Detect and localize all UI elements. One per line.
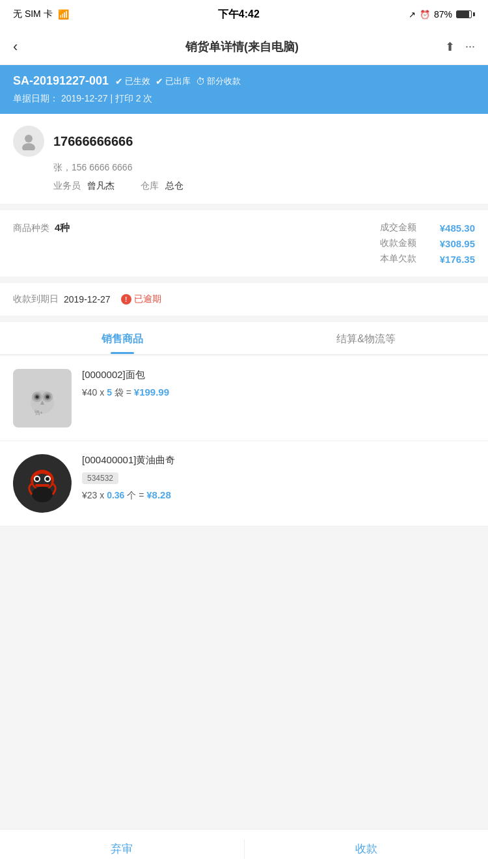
type-value: 4种 (55, 222, 70, 233)
product-name-1: [0000002]面包 (82, 369, 475, 381)
nav-actions: ⬆ ··· (445, 40, 475, 54)
svg-point-8 (46, 396, 49, 399)
status-left: 无 SIM 卡 📶 (13, 8, 69, 20)
deal-value: ¥485.30 (423, 223, 475, 234)
stats-left: 商品种类 4种 (13, 222, 70, 234)
qty-1: 5 (107, 387, 112, 398)
svg-text:鸮+: 鸮+ (34, 410, 43, 416)
meta-date-label: 单据日期： (13, 93, 59, 103)
svg-point-7 (36, 396, 39, 399)
due-label: 收款到期日 (13, 293, 59, 305)
deal-label: 成交金额 (380, 222, 416, 234)
total-1: ¥199.99 (134, 387, 169, 398)
svg-point-1 (22, 143, 35, 150)
owed-label: 本单欠款 (380, 253, 416, 265)
svg-point-19 (32, 487, 53, 502)
tab-sales[interactable]: 销售商品 (0, 322, 244, 354)
total-2: ¥8.28 (146, 489, 171, 500)
cancel-button[interactable]: 弃审 (0, 830, 244, 868)
battery-percent: 87% (434, 9, 452, 20)
product-sku-2: 534532 (82, 472, 118, 484)
unit-2: 个 (127, 490, 136, 500)
product-thumb-1: 鸮+ (13, 369, 72, 427)
type-label: 商品种类 (13, 223, 49, 233)
overdue-badge: ! 已逾期 (121, 293, 161, 305)
tab-settlement[interactable]: 结算&物流等 (244, 322, 488, 354)
received-value: ¥308.95 (423, 238, 475, 249)
order-meta: 单据日期： 2019-12-27 | 打印 2 次 (13, 93, 475, 105)
customer-row: 17666666666 (13, 126, 475, 157)
svg-point-0 (25, 135, 33, 142)
unit-1: 袋 (115, 387, 124, 398)
stat-deal: 成交金额 ¥485.30 (380, 222, 475, 234)
tabs-section: 销售商品 结算&物流等 (0, 322, 488, 355)
product-name-2: [000400001]黄油曲奇 (82, 454, 475, 467)
status-bar: 无 SIM 卡 📶 下午4:42 ↗ ⏰ 87% (0, 0, 488, 29)
stats-section: 商品种类 4种 成交金额 ¥485.30 收款金额 ¥308.95 本单欠款 ¥… (0, 210, 488, 277)
due-section: 收款到期日 2019-12-27 ! 已逾期 (0, 283, 488, 316)
time-display: 下午4:42 (218, 8, 260, 21)
alarm-icon: ⏰ (420, 10, 430, 20)
stat-received: 收款金额 ¥308.95 (380, 237, 475, 249)
status-right: ↗ ⏰ 87% (409, 9, 475, 20)
tab-settlement-label: 结算&物流等 (336, 333, 396, 344)
check-icon-2: ✔ (156, 76, 163, 87)
bottom-action-bar: 弃审 收款 (0, 829, 488, 868)
confirm-button[interactable]: 收款 (245, 830, 489, 868)
product-item-2: [000400001]黄油曲奇 534532 ¥23 x 0.36 个 = ¥8… (0, 441, 488, 526)
battery-indicator (456, 10, 475, 18)
qty-2: 0.36 (107, 490, 124, 500)
customer-phone: 17666666666 (53, 134, 133, 149)
customer-name-phone: 张，156 6666 6666 (53, 162, 475, 174)
sales-label: 业务员 (53, 180, 81, 191)
status-badge-shipped: ✔ 已出库 (156, 75, 191, 87)
warehouse-meta: 仓库 总仓 (141, 180, 183, 192)
status-badge-effective: ✔ 已生效 (115, 75, 150, 87)
overdue-text: 已逾期 (134, 293, 161, 305)
price-base-1: ¥40 (82, 387, 97, 398)
back-button[interactable]: ‹ (13, 38, 39, 55)
sales-meta: 业务员 曾凡杰 (53, 180, 115, 192)
products-section: 鸮+ [0000002]面包 ¥40 x 5 袋 = ¥199.99 (0, 356, 488, 526)
tab-sales-label: 销售商品 (102, 333, 143, 344)
svg-point-17 (46, 477, 49, 481)
nav-bar: ‹ 销货单详情(来自电脑) ⬆ ··· (0, 29, 488, 65)
check-icon-1: ✔ (115, 76, 123, 87)
warehouse-value: 总仓 (165, 180, 183, 191)
customer-meta: 业务员 曾凡杰 仓库 总仓 (53, 180, 475, 192)
tab-underline (111, 352, 134, 354)
stat-owed: 本单欠款 ¥176.35 (380, 253, 475, 265)
product-info-2: [000400001]黄油曲奇 534532 ¥23 x 0.36 个 = ¥8… (82, 454, 475, 502)
product-thumb-2 (13, 454, 72, 513)
product-price-2: ¥23 x 0.36 个 = ¥8.28 (82, 489, 475, 502)
carrier-text: 无 SIM 卡 (13, 8, 53, 20)
svg-point-16 (35, 477, 39, 481)
share-icon[interactable]: ⬆ (445, 40, 455, 54)
svg-rect-18 (35, 484, 49, 487)
customer-section: 17666666666 张，156 6666 6666 业务员 曾凡杰 仓库 总… (0, 114, 488, 204)
received-label: 收款金额 (380, 237, 416, 249)
more-icon[interactable]: ··· (465, 40, 475, 53)
status-badges: ✔ 已生效 ✔ 已出库 ⏱ 部分收款 (115, 75, 241, 87)
order-number: SA-20191227-001 (13, 74, 109, 88)
product-price-1: ¥40 x 5 袋 = ¥199.99 (82, 387, 475, 399)
price-base-2: ¥23 (82, 490, 97, 500)
product-info-1: [0000002]面包 ¥40 x 5 袋 = ¥199.99 (82, 369, 475, 399)
location-icon: ↗ (409, 10, 416, 20)
page-title: 销货单详情(来自电脑) (185, 39, 299, 55)
tabs-row: 销售商品 结算&物流等 (0, 322, 488, 354)
order-banner: SA-20191227-001 ✔ 已生效 ✔ 已出库 ⏱ 部分收款 单据日期：… (0, 65, 488, 114)
customer-avatar (13, 126, 44, 157)
wifi-icon: 📶 (58, 9, 69, 20)
due-date-value: 2019-12-27 (64, 294, 111, 305)
stats-right: 成交金额 ¥485.30 收款金额 ¥308.95 本单欠款 ¥176.35 (380, 222, 475, 265)
sales-value: 曾凡杰 (87, 180, 115, 191)
warehouse-label: 仓库 (141, 180, 159, 191)
status-badge-partial: ⏱ 部分收款 (196, 75, 241, 87)
product-item: 鸮+ [0000002]面包 ¥40 x 5 袋 = ¥199.99 (0, 356, 488, 441)
print-info: | 打印 2 次 (110, 93, 152, 103)
meta-date-value: 2019-12-27 (61, 93, 108, 103)
overdue-icon: ! (121, 294, 131, 305)
owed-value: ¥176.35 (423, 254, 475, 265)
clock-icon: ⏱ (196, 76, 205, 87)
